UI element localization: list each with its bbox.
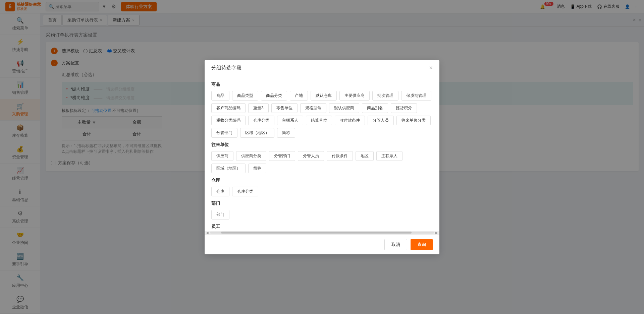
scroll-left-arrow[interactable]: ◀ (206, 231, 209, 235)
field-tag-1-7[interactable]: 区域（地区） (211, 164, 246, 173)
field-tag-0-13[interactable]: 商品别名 (362, 103, 388, 113)
field-tag-0-7[interactable]: 保质期管理 (401, 91, 431, 101)
group-fields-3: 部门 (211, 210, 433, 219)
modal-footer: 取消 查询 (205, 235, 439, 254)
field-tag-0-8[interactable]: 客户商品编码 (211, 103, 246, 113)
horizontal-scrollbar: ◀ ▶ (205, 231, 439, 235)
group-title-0: 商品 (211, 81, 433, 87)
field-tag-1-1[interactable]: 供应商分类 (236, 151, 266, 161)
field-tag-0-1[interactable]: 商品类型 (232, 91, 258, 101)
field-tag-0-18[interactable]: 结算单位 (306, 116, 332, 125)
group-title-2: 仓库 (211, 177, 433, 183)
field-tag-1-2[interactable]: 分管部门 (269, 151, 295, 161)
group-title-3: 部门 (211, 200, 433, 206)
field-tag-1-3[interactable]: 分管人员 (298, 151, 324, 161)
field-tag-0-11[interactable]: 规格型号 (300, 103, 326, 113)
field-tag-0-0[interactable]: 商品 (211, 91, 229, 101)
group-fields-1: 供应商供应商分类分管部门分管人员付款条件地区主联系人区域（地区）简称 (211, 151, 433, 173)
field-tag-0-20[interactable]: 分管人员 (368, 116, 394, 125)
field-tag-1-8[interactable]: 简称 (248, 164, 266, 173)
field-tag-0-17[interactable]: 主联系人 (277, 116, 303, 125)
field-tag-0-2[interactable]: 商品分类 (261, 91, 287, 101)
modal-body: 商品商品商品类型商品分类产地默认仓库主要供应商批次管理保质期管理客户商品编码重量… (205, 76, 439, 231)
field-tag-1-4[interactable]: 付款条件 (327, 151, 353, 161)
modal-cancel-btn[interactable]: 取消 (384, 239, 407, 250)
group-fields-2: 仓库仓库分类 (211, 187, 433, 196)
field-tag-0-5[interactable]: 主要供应商 (339, 91, 370, 101)
field-tag-0-21[interactable]: 往来单位分类 (396, 116, 431, 125)
group-title-4: 员工 (211, 224, 433, 230)
modal-overlay: 分组待选字段 × 商品商品商品类型商品分类产地默认仓库主要供应商批次管理保质期管… (0, 0, 644, 314)
modal-title: 分组待选字段 (211, 65, 241, 71)
field-tag-0-24[interactable]: 简称 (277, 128, 295, 138)
field-tag-1-6[interactable]: 主联系人 (376, 151, 402, 161)
modal-confirm-btn[interactable]: 查询 (411, 239, 433, 250)
field-tag-0-3[interactable]: 产地 (290, 91, 308, 101)
field-tag-3-0[interactable]: 部门 (211, 210, 229, 219)
modal-header: 分组待选字段 × (205, 60, 439, 76)
field-tag-0-4[interactable]: 默认仓库 (311, 91, 337, 101)
field-select-modal: 分组待选字段 × 商品商品商品类型商品分类产地默认仓库主要供应商批次管理保质期管… (205, 60, 439, 254)
field-tag-0-9[interactable]: 重量3 (248, 103, 269, 113)
field-tag-2-1[interactable]: 仓库分类 (232, 187, 258, 196)
group-fields-0: 商品商品类型商品分类产地默认仓库主要供应商批次管理保质期管理客户商品编码重量3零… (211, 91, 433, 138)
field-tag-0-12[interactable]: 默认供应商 (329, 103, 359, 113)
modal-close-btn[interactable]: × (429, 65, 433, 71)
field-tag-0-16[interactable]: 仓库分类 (248, 116, 274, 125)
group-title-1: 往来单位 (211, 142, 433, 148)
field-tag-0-10[interactable]: 零售单位 (271, 103, 298, 113)
field-tag-0-19[interactable]: 收付款条件 (335, 116, 365, 125)
field-tag-0-14[interactable]: 拣货积分 (391, 103, 417, 113)
field-tag-0-15[interactable]: 税收分类编码 (211, 116, 246, 125)
field-tag-1-5[interactable]: 地区 (356, 151, 374, 161)
field-tag-1-0[interactable]: 供应商 (211, 151, 233, 161)
scroll-thumb (221, 232, 412, 234)
field-tag-0-6[interactable]: 批次管理 (372, 91, 398, 101)
field-tag-0-23[interactable]: 区域（地区） (240, 128, 274, 138)
scroll-track[interactable] (210, 232, 434, 234)
field-tag-0-22[interactable]: 分管部门 (211, 128, 237, 138)
field-tag-2-0[interactable]: 仓库 (211, 187, 229, 196)
scroll-right-arrow[interactable]: ▶ (435, 231, 438, 235)
